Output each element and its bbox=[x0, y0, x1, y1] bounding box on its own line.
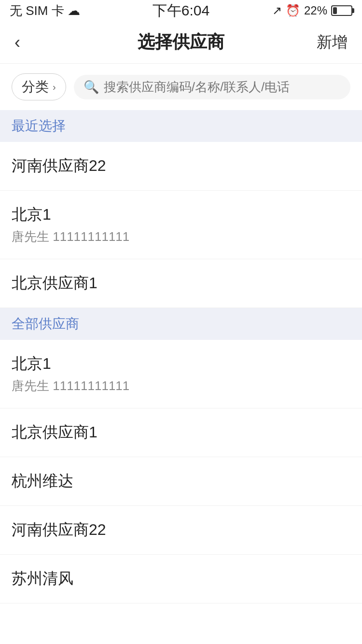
list-item[interactable]: 北京1唐先生 11111111111 bbox=[0, 340, 362, 408]
location-icon: ↗ bbox=[272, 4, 282, 17]
list-item[interactable]: 北京供应商1 bbox=[0, 408, 362, 457]
category-button[interactable]: 分类 › bbox=[12, 73, 66, 100]
section-header-recent: 最近选择 bbox=[0, 110, 362, 142]
item-name: 杭州维达 bbox=[12, 471, 350, 492]
list-item[interactable]: 北京1唐先生 11111111111 bbox=[0, 191, 362, 259]
item-name: 北京1 bbox=[12, 204, 350, 225]
item-subtitle: 唐先生 11111111111 bbox=[12, 228, 350, 245]
status-bar: 无 SIM 卡 ☁ 下午6:04 ↗ ⏰ 22% bbox=[0, 0, 362, 21]
item-name: 北京供应商1 bbox=[12, 273, 350, 294]
list-item[interactable]: 河南供应商22 bbox=[0, 506, 362, 555]
item-name: 河南供应商22 bbox=[12, 155, 350, 177]
battery-label: 22% bbox=[304, 4, 327, 17]
alarm-icon: ⏰ bbox=[286, 4, 300, 17]
nav-bar: ‹ 选择供应商 新增 bbox=[0, 21, 362, 64]
status-time: 下午6:04 bbox=[153, 1, 209, 21]
status-left: 无 SIM 卡 ☁ bbox=[10, 2, 80, 19]
sections-container: 最近选择河南供应商22北京1唐先生 11111111111北京供应商1全部供应商… bbox=[0, 110, 362, 603]
list-item[interactable]: 苏州清风 bbox=[0, 555, 362, 603]
search-input[interactable] bbox=[104, 80, 341, 95]
list-item[interactable]: 北京供应商1 bbox=[0, 259, 362, 308]
battery-icon bbox=[331, 5, 352, 16]
list-item[interactable]: 杭州维达 bbox=[0, 457, 362, 506]
back-button[interactable]: ‹ bbox=[14, 32, 53, 53]
search-icon: 🔍 bbox=[84, 80, 99, 95]
item-name: 河南供应商22 bbox=[12, 519, 350, 541]
page-title: 选择供应商 bbox=[138, 30, 224, 54]
item-name: 北京供应商1 bbox=[12, 422, 350, 443]
add-button[interactable]: 新增 bbox=[309, 32, 348, 53]
status-right: ↗ ⏰ 22% bbox=[272, 4, 352, 17]
section-header-all: 全部供应商 bbox=[0, 308, 362, 340]
item-subtitle: 唐先生 11111111111 bbox=[12, 378, 350, 394]
category-label: 分类 bbox=[22, 78, 49, 96]
list-item[interactable]: 河南供应商22 bbox=[0, 142, 362, 191]
item-name: 北京1 bbox=[12, 353, 350, 375]
search-box: 🔍 bbox=[74, 75, 350, 99]
chevron-right-icon: › bbox=[53, 82, 56, 93]
sim-label: 无 SIM 卡 ☁ bbox=[10, 2, 80, 19]
filter-bar: 分类 › 🔍 bbox=[0, 64, 362, 110]
item-name: 苏州清风 bbox=[12, 568, 350, 589]
